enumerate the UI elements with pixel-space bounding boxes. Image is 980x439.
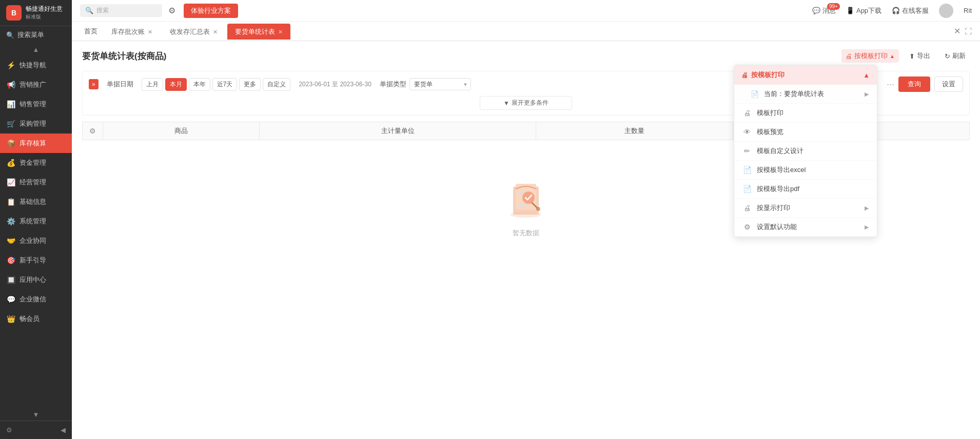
sidebar-item-inventory[interactable]: 📦 库存核算 <box>0 133 72 153</box>
app-download-btn[interactable]: 📱 App下载 <box>846 6 881 15</box>
system-icon: ⚙️ <box>6 217 15 225</box>
tab-inventory-batch-close[interactable]: ✕ <box>148 29 152 35</box>
export-btn[interactable]: ⬆ 导出 <box>905 49 934 63</box>
newbie-icon: 🎯 <box>6 256 15 264</box>
dropdown-template-preview[interactable]: 👁 模板预览 <box>734 123 877 142</box>
sidebar-item-weixin[interactable]: 💬 企业微信 <box>0 290 72 309</box>
tab-maximize-icon[interactable]: ⛶ <box>965 27 972 35</box>
dropdown-set-default[interactable]: ⚙ 设置默认功能 ▶ <box>734 218 877 237</box>
date-btn-custom[interactable]: 自定义 <box>263 78 290 91</box>
collab-icon: 🤝 <box>6 237 15 245</box>
set-default-icon: ⚙ <box>742 223 752 231</box>
sidebar-item-system[interactable]: ⚙️ 系统管理 <box>0 212 72 231</box>
dropdown-header-right: ▲ <box>863 71 870 79</box>
print-chevron-up-icon: ▲ <box>890 53 895 59</box>
topbar-search[interactable]: 🔍 搜索 <box>80 4 162 17</box>
settings-btn[interactable]: 设置 <box>934 77 963 92</box>
tab-inventory-batch[interactable]: 库存批次账 ✕ <box>104 24 160 40</box>
tab-home[interactable]: 首页 <box>80 27 102 36</box>
sidebar-item-app-center[interactable]: 🔲 应用中心 <box>0 270 72 290</box>
query-btn[interactable]: 查询 <box>898 77 930 92</box>
sidebar-item-label: 采购管理 <box>19 119 46 128</box>
sidebar-item-label: 应用中心 <box>19 275 46 284</box>
sidebar-collapse-icon[interactable]: ◀ <box>61 426 66 434</box>
toolbar-right: 🖨 按模板打印 ▲ ⬆ 导出 ↻ 刷新 <box>841 49 970 63</box>
sidebar-item-basic[interactable]: 📋 基础信息 <box>0 192 72 212</box>
sidebar-item-purchase[interactable]: 🛒 采购管理 <box>0 114 72 133</box>
date-btn-this-month[interactable]: 本月 <box>165 78 187 91</box>
table-settings-icon[interactable]: ⚙ <box>89 127 96 135</box>
dropdown-print-icon: 🖨 <box>741 71 748 79</box>
sidebar-item-collab[interactable]: 🤝 企业协同 <box>0 231 72 251</box>
sidebar-item-label: 销售管理 <box>19 100 46 109</box>
filter-type-select[interactable]: 要货单 <box>409 78 471 90</box>
sidebar-item-label: 快捷导航 <box>19 61 46 70</box>
date-btn-last-month[interactable]: 上月 <box>142 78 163 91</box>
filter-date-label: 单据日期 <box>107 80 133 89</box>
date-btn-7days[interactable]: 近7天 <box>212 78 238 91</box>
template-print-icon: 🖨 <box>742 109 752 117</box>
search-icon: 🔍 <box>6 31 14 39</box>
dropdown-template-print[interactable]: 🖨 模板打印 <box>734 104 877 123</box>
dropdown-template-excel[interactable]: 📄 按模板导出excel <box>734 161 877 180</box>
message-icon: 💬 <box>812 7 820 14</box>
app-download-label: App下载 <box>856 6 881 15</box>
sidebar-search[interactable]: 🔍 搜索菜单 <box>0 26 72 44</box>
marketing-icon: 📢 <box>6 81 15 89</box>
sidebar-item-label: 营销推广 <box>19 80 46 89</box>
dropdown-chevron-up-icon: ▲ <box>863 71 870 79</box>
dropdown-template-design[interactable]: ✏ 模板自定义设计 <box>734 142 877 161</box>
print-btn[interactable]: 🖨 按模板打印 ▲ <box>841 49 899 63</box>
online-service-btn[interactable]: 🎧 在线客服 <box>892 6 929 15</box>
sidebar-nav: ⚡ 快捷导航 📢 营销推广 📊 销售管理 🛒 采购管理 📦 库存核算 💰 资金管… <box>0 55 72 409</box>
sidebar-item-operation[interactable]: 📈 经营管理 <box>0 173 72 192</box>
sidebar-item-label: 经营管理 <box>19 178 46 187</box>
trial-btn[interactable]: 体验行业方案 <box>184 4 238 18</box>
template-design-icon: ✏ <box>742 147 752 155</box>
weixin-icon: 💬 <box>6 295 15 303</box>
tab-order-stats-close[interactable]: ✕ <box>278 29 283 35</box>
more-options-icon[interactable]: ··· <box>887 79 894 90</box>
online-service-label: 在线客服 <box>902 6 929 15</box>
sidebar-item-member[interactable]: 👑 畅会员 <box>0 309 72 329</box>
dropdown-current-item[interactable]: 📄 当前：要货单统计表 ▶ <box>734 85 877 104</box>
sidebar-item-quick-nav[interactable]: ⚡ 快捷导航 <box>0 55 72 75</box>
tab-collect-report-close[interactable]: ✕ <box>213 29 218 35</box>
sidebar-settings-icon[interactable]: ⚙ <box>6 426 12 434</box>
expand-more-label: 展开更多条件 <box>512 99 548 107</box>
page-container: 要货单统计表(按商品) 🖨 按模板打印 ▲ ⬆ 导出 ↻ 刷新 <box>72 41 980 439</box>
filter-type-select-wrapper: 要货单 ▼ <box>409 78 471 90</box>
finance-icon: 💰 <box>6 159 15 167</box>
expand-more-btn[interactable]: ▼ 展开更多条件 <box>480 96 572 110</box>
refresh-btn[interactable]: ↻ 刷新 <box>940 49 970 63</box>
tab-all-close-icon[interactable]: ✕ <box>954 26 961 36</box>
date-btn-more[interactable]: 更多 <box>239 78 261 91</box>
filter-expand-icon[interactable]: » <box>89 79 99 89</box>
sidebar-scroll-down[interactable]: ▼ <box>0 409 72 421</box>
topbar-settings-icon[interactable]: ⚙ <box>168 6 175 15</box>
sidebar-scroll-up[interactable]: ▲ <box>0 44 72 55</box>
tab-order-stats[interactable]: 要货单统计表 ✕ <box>227 24 290 40</box>
dropdown-display-print[interactable]: 🖨 按显示打印 ▶ <box>734 199 877 218</box>
page-title-row: 要货单统计表(按商品) 🖨 按模板打印 ▲ ⬆ 导出 ↻ 刷新 <box>82 49 970 63</box>
dropdown-template-pdf[interactable]: 📄 按模板导出pdf <box>734 180 877 199</box>
tab-collect-report[interactable]: 收发存汇总表 ✕ <box>162 24 225 40</box>
topbar: 🔍 搜索 ⚙ 体验行业方案 💬 消息 99+ 📱 App下载 🎧 在线客服 Ri… <box>72 0 980 22</box>
sidebar-item-label: 企业微信 <box>19 295 46 304</box>
tab-order-stats-label: 要货单统计表 <box>235 27 275 36</box>
message-btn[interactable]: 💬 消息 99+ <box>812 6 836 15</box>
filter-expand-icon-wrap: » <box>89 79 99 89</box>
sidebar-item-sales[interactable]: 📊 销售管理 <box>0 94 72 114</box>
table-col-goods: 商品 <box>103 122 260 140</box>
date-btn-this-year[interactable]: 本年 <box>189 78 210 91</box>
sidebar-item-newbie[interactable]: 🎯 新手引导 <box>0 251 72 270</box>
sidebar-item-finance[interactable]: 💰 资金管理 <box>0 153 72 173</box>
username: Rit <box>964 7 972 14</box>
template-preview-label: 模板预览 <box>757 127 783 137</box>
user-avatar[interactable] <box>939 4 953 18</box>
purchase-icon: 🛒 <box>6 120 15 128</box>
export-btn-label: 导出 <box>917 51 930 61</box>
sidebar-item-marketing[interactable]: 📢 营销推广 <box>0 75 72 94</box>
filter-action-group: ··· 查询 设置 <box>887 77 963 92</box>
sidebar-item-label: 新手引导 <box>19 256 46 265</box>
